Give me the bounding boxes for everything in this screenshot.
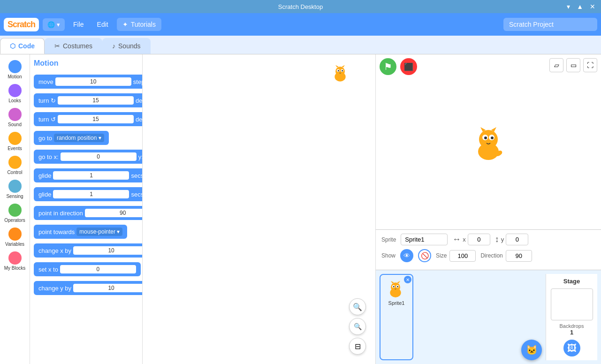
- categories-panel: Motion Looks Sound Events Control Sensin…: [0, 54, 30, 364]
- category-events[interactable]: Events: [1, 130, 29, 153]
- show-hidden-button[interactable]: 🚫: [418, 249, 431, 262]
- tab-costumes[interactable]: ✂ Costumes: [45, 38, 102, 54]
- minimize-btn[interactable]: ▾: [565, 2, 572, 11]
- x-coord-input[interactable]: [468, 234, 490, 245]
- close-btn[interactable]: ✕: [588, 2, 597, 11]
- fit-icon: ⊟: [355, 342, 361, 351]
- operators-label: Operators: [4, 218, 25, 223]
- block-direction[interactable]: point in direction: [34, 205, 138, 221]
- variables-dot: [8, 228, 22, 241]
- gotoxy-block[interactable]: go to x: y:: [34, 150, 143, 164]
- events-dot: [8, 132, 22, 145]
- tutorials-button[interactable]: ✦ Tutorials: [117, 18, 161, 31]
- category-operators[interactable]: Operators: [1, 202, 29, 225]
- file-menu[interactable]: File: [68, 18, 89, 31]
- glide2-secs-input[interactable]: [53, 190, 129, 198]
- block-move[interactable]: move steps: [34, 73, 138, 90]
- flag-icon: ⚑: [384, 61, 392, 72]
- svg-point-1: [335, 67, 345, 76]
- turn-cw-input[interactable]: [58, 96, 134, 105]
- category-myblocks[interactable]: My Blocks: [1, 250, 29, 273]
- size-input[interactable]: [449, 250, 476, 262]
- setx-block[interactable]: set x to: [34, 262, 141, 276]
- setx-input[interactable]: [60, 265, 136, 273]
- events-label: Events: [8, 146, 22, 151]
- block-changex[interactable]: change x by: [34, 242, 138, 259]
- category-variables[interactable]: Variables: [1, 226, 29, 249]
- project-name-input[interactable]: [503, 18, 597, 31]
- block-turn-cw[interactable]: turn ↻ degrees: [34, 92, 138, 109]
- stop-button[interactable]: ⬛: [400, 58, 417, 75]
- block-goto[interactable]: go to random position ▾: [34, 129, 138, 146]
- block-gotoxy[interactable]: go to x: y:: [34, 148, 138, 165]
- window-controls[interactable]: ▾ ▲ ✕: [565, 2, 597, 11]
- towards-dropdown[interactable]: mouse-pointer ▾: [76, 228, 122, 236]
- svg-point-21: [393, 286, 395, 288]
- tab-sounds[interactable]: ♪ Sounds: [102, 38, 150, 54]
- add-sprite-button[interactable]: 🐱: [521, 340, 542, 360]
- turn-cw-block[interactable]: turn ↻ degrees: [34, 93, 143, 107]
- maximize-btn[interactable]: ▲: [575, 2, 585, 11]
- normal-stage-button[interactable]: ▭: [566, 58, 580, 72]
- goto-dropdown[interactable]: random position ▾: [54, 134, 104, 142]
- backdrops-label: Backdrops: [560, 323, 584, 329]
- block-turn-ccw[interactable]: turn ↺ degrees: [34, 111, 138, 128]
- changey-block[interactable]: change y by: [34, 281, 143, 295]
- fullscreen-button[interactable]: ⛶: [583, 58, 597, 72]
- goto-block[interactable]: go to random position ▾: [34, 131, 109, 145]
- changex-block[interactable]: change x by: [34, 243, 143, 258]
- glide1-secs-input[interactable]: [53, 171, 129, 180]
- add-backdrop-button[interactable]: 🖼: [563, 340, 580, 356]
- y-coord-input[interactable]: [506, 234, 528, 245]
- motion-label: Motion: [8, 74, 22, 79]
- sprite-info-row1: Sprite ↔ x ↕ y: [381, 234, 595, 245]
- svg-marker-6: [335, 65, 339, 68]
- direction-block[interactable]: point in direction: [34, 206, 143, 220]
- sprite-delete-button[interactable]: ✕: [404, 276, 411, 283]
- direction-input[interactable]: [85, 209, 143, 217]
- shrink-stage-button[interactable]: ▱: [549, 58, 563, 72]
- block-setx[interactable]: set x to: [34, 261, 138, 278]
- block-glide1[interactable]: glide secs to random position ▾: [34, 167, 138, 184]
- move-steps-input[interactable]: [55, 77, 131, 86]
- zoom-in-button[interactable]: 🔍: [349, 298, 366, 315]
- turn-ccw-block[interactable]: turn ↺ degrees: [34, 112, 143, 126]
- show-visible-button[interactable]: 👁: [400, 249, 413, 262]
- motion-dot: [8, 60, 22, 73]
- costumes-tab-label: Costumes: [63, 42, 92, 50]
- edit-menu[interactable]: Edit: [92, 18, 113, 31]
- block-glide2[interactable]: glide secs to x: y:: [34, 186, 138, 203]
- category-looks[interactable]: Looks: [1, 82, 29, 105]
- svg-marker-23: [391, 281, 394, 283]
- category-sound[interactable]: Sound: [1, 106, 29, 129]
- sprite-name-input[interactable]: [401, 234, 448, 245]
- block-towards[interactable]: point towards mouse-pointer ▾: [34, 223, 138, 240]
- towards-block[interactable]: point towards mouse-pointer ▾: [34, 225, 127, 239]
- goto-x-input[interactable]: [61, 152, 137, 161]
- glide1-block[interactable]: glide secs to random position ▾: [34, 168, 143, 182]
- move-block[interactable]: move steps: [34, 75, 143, 89]
- green-flag-button[interactable]: ⚑: [380, 58, 396, 75]
- blocks-panel: Motion move steps turn ↻ degrees turn ↺ …: [30, 54, 143, 364]
- tab-code[interactable]: ⬡ Code: [0, 38, 45, 54]
- sprite-card-sprite1[interactable]: ✕ Sprit: [380, 274, 413, 360]
- changex-input[interactable]: [73, 246, 143, 255]
- category-sensing[interactable]: Sensing: [1, 178, 29, 201]
- turn-ccw-input[interactable]: [58, 115, 134, 123]
- add-backdrop-icon: 🖼: [567, 343, 577, 354]
- direction-input[interactable]: [506, 250, 532, 262]
- category-motion[interactable]: Motion: [1, 58, 29, 81]
- zoom-out-button[interactable]: 🔍: [349, 318, 366, 335]
- block-changey[interactable]: change y by: [34, 280, 138, 296]
- glide2-block[interactable]: glide secs to x: y:: [34, 187, 143, 201]
- canvas-zoom-controls: 🔍 🔍 ⊟: [349, 298, 366, 355]
- direction-label: Direction: [480, 252, 502, 259]
- zoom-out-icon: 🔍: [354, 323, 362, 330]
- category-control[interactable]: Control: [1, 154, 29, 177]
- control-dot: [8, 156, 22, 169]
- changey-input[interactable]: [73, 284, 143, 292]
- language-button[interactable]: 🌐 ▾: [43, 18, 65, 31]
- menu-bar: Scratch 🌐 ▾ File Edit ✦ Tutorials: [0, 13, 601, 36]
- canvas-area[interactable]: 🔍 🔍 ⊟: [143, 54, 376, 364]
- fit-button[interactable]: ⊟: [349, 338, 366, 355]
